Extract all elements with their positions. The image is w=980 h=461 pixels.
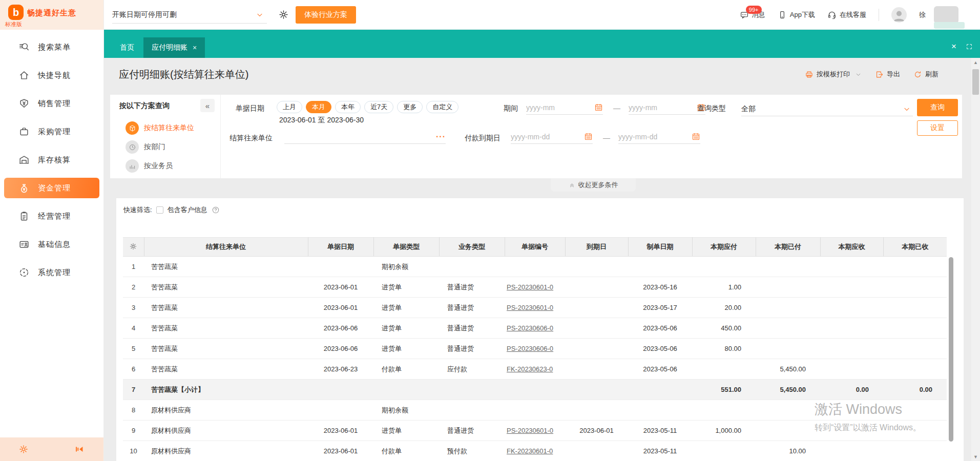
calendar-icon[interactable] xyxy=(594,103,603,112)
scheme-item-2[interactable]: 按部门 xyxy=(126,140,165,154)
account-set-select[interactable]: 开账日期可停用可删 xyxy=(112,6,267,24)
table-scrollbar-thumb[interactable] xyxy=(949,257,953,442)
calendar-icon[interactable] xyxy=(584,132,593,141)
cell-paid xyxy=(756,421,820,441)
sidebar-item-base-info[interactable]: 基础信息 xyxy=(4,234,99,255)
sidebar-item-search[interactable]: 搜索菜单 xyxy=(4,37,99,57)
cell-paid: 10.00 xyxy=(756,441,820,461)
tab-label: 首页 xyxy=(120,43,134,52)
query-type-select[interactable]: 全部 xyxy=(741,102,913,116)
sidebar-item-system[interactable]: 系统管理 xyxy=(4,262,99,283)
due-to-input[interactable] xyxy=(618,133,692,141)
cell-doc_no: PS-20230606-0 xyxy=(505,318,565,339)
online-support-button[interactable]: 在线客服 xyxy=(827,10,866,19)
scroll-down-arrow[interactable]: ▼ xyxy=(971,452,980,461)
cell-due_date xyxy=(565,359,628,380)
include-customer-label[interactable]: 包含客户信息 xyxy=(168,205,207,215)
doc-no-link[interactable]: PS-20230601-0 xyxy=(507,304,553,311)
collapse-scheme-button[interactable]: « xyxy=(200,99,215,112)
cell-biz_type xyxy=(439,400,505,421)
search-button[interactable]: 查询 xyxy=(917,99,958,116)
doc-no-link[interactable]: PS-20230601-0 xyxy=(507,427,553,434)
avatar[interactable] xyxy=(891,7,907,23)
query-type-label: 查询类型 xyxy=(697,104,726,113)
main-content: 应付明细账(按结算往来单位) 按模板打印 导出 刷新 按以下方案查询 « 按结算… xyxy=(104,58,971,461)
table-row: 1苦苦蔬菜期初余额 xyxy=(123,257,947,277)
sidebar-item-label: 系统管理 xyxy=(38,268,71,278)
scroll-up-arrow[interactable]: ▲ xyxy=(971,58,980,67)
sidebar-item-sales[interactable]: 销售管理 xyxy=(4,93,99,114)
sidebar: b 畅捷通好生意 标准版 搜索菜单快捷导航销售管理采购管理库存核算资金管理经营管… xyxy=(0,0,104,461)
gear-icon[interactable] xyxy=(129,242,137,250)
cell-biz_type: 预付款 xyxy=(439,441,505,461)
sidebar-item-operations[interactable]: 经营管理 xyxy=(4,206,99,226)
cell-receivable xyxy=(820,257,883,277)
due-from-input[interactable] xyxy=(511,133,584,141)
date-pill-近7天[interactable]: 近7天 xyxy=(364,101,393,113)
sidebar-item-purchase[interactable]: 采购管理 xyxy=(4,121,99,142)
tab-首页[interactable]: 首页 xyxy=(111,37,143,58)
date-pill-本年[interactable]: 本年 xyxy=(335,101,361,113)
cell-doc_date: 2023-06-06 xyxy=(308,339,373,359)
tab-应付明细账[interactable]: 应付明细账× xyxy=(143,37,205,58)
sidebar-item-funds[interactable]: 资金管理 xyxy=(4,178,99,198)
collapse-sidebar-icon[interactable] xyxy=(74,444,85,455)
sidebar-item-home[interactable]: 快捷导航 xyxy=(4,65,99,86)
sidebar-item-label: 经营管理 xyxy=(38,212,71,221)
date-pill-更多[interactable]: 更多 xyxy=(397,101,423,113)
settle-unit-input[interactable] xyxy=(284,133,436,141)
calendar-icon[interactable] xyxy=(692,132,700,141)
date-pill-上月[interactable]: 上月 xyxy=(277,101,302,113)
quick-filter-row: 快速筛选: 包含客户信息 xyxy=(123,205,220,215)
chevron-down-icon xyxy=(855,71,862,78)
period-from-input[interactable] xyxy=(526,103,594,112)
tab-close-icon[interactable]: × xyxy=(193,44,197,52)
column-settings-gear[interactable] xyxy=(123,238,144,257)
messages-badge: 99+ xyxy=(746,6,762,14)
refresh-button[interactable]: 刷新 xyxy=(913,70,939,79)
export-button[interactable]: 导出 xyxy=(875,70,900,79)
cell-doc_type: 期初余额 xyxy=(373,400,439,421)
search-icon xyxy=(18,41,30,53)
column-header: 制单日期 xyxy=(628,238,692,257)
window-scrollbar-thumb[interactable] xyxy=(972,69,979,95)
app-download-button[interactable]: App下载 xyxy=(778,10,815,19)
cell-created: 2023-05-11 xyxy=(628,441,692,461)
collapse-more-conditions[interactable]: 收起更多条件 xyxy=(551,178,636,192)
trial-industry-button[interactable]: 体验行业方案 xyxy=(296,6,356,24)
sidebar-item-inventory[interactable]: 库存核算 xyxy=(4,150,99,170)
close-all-tabs-icon[interactable]: × xyxy=(951,42,956,51)
doc-no-link[interactable]: PS-20230606-0 xyxy=(507,324,553,332)
cell-num: 8 xyxy=(123,400,144,421)
doc-no-link[interactable]: PS-20230601-0 xyxy=(507,283,553,291)
cell-unit: 苦苦蔬菜 xyxy=(144,318,308,339)
fullscreen-icon[interactable] xyxy=(966,43,973,50)
column-header: 到期日 xyxy=(565,238,628,257)
date-pill-自定义[interactable]: 自定义 xyxy=(426,101,458,113)
doc-no-link[interactable]: PS-20230606-0 xyxy=(507,345,553,352)
cell-receivable xyxy=(820,421,883,441)
cell-paid xyxy=(756,298,820,318)
print-by-template-button[interactable]: 按模板打印 xyxy=(805,70,862,79)
divider xyxy=(879,9,879,21)
cell-biz_type: 普通进货 xyxy=(439,421,505,441)
help-question-icon[interactable] xyxy=(212,206,220,214)
settings-button[interactable]: 设置 xyxy=(917,120,958,136)
topbar-gear-icon[interactable] xyxy=(278,9,289,20)
date-pill-本月[interactable]: 本月 xyxy=(306,101,331,113)
doc-no-link[interactable]: FK-20230601-0 xyxy=(507,447,553,455)
cell-created: 2023-05-17 xyxy=(628,298,692,318)
refresh-label: 刷新 xyxy=(925,70,939,79)
cell-receivable xyxy=(820,359,883,380)
doc-no-link[interactable]: FK-20230623-0 xyxy=(507,365,553,373)
cell-received xyxy=(883,359,947,380)
settings-gear-icon[interactable] xyxy=(18,444,29,454)
scheme-item-3[interactable]: 按业务员 xyxy=(126,159,173,173)
include-customer-checkbox[interactable] xyxy=(156,206,163,214)
cell-received xyxy=(883,298,947,318)
messages-button[interactable]: 消息 99+ xyxy=(740,10,765,19)
scheme-item-1[interactable]: 按结算往来单位 xyxy=(126,121,194,135)
period-to-input[interactable] xyxy=(629,103,697,112)
query-scheme-panel: 按以下方案查询 « 按结算往来单位按部门按业务员 xyxy=(110,95,221,178)
settle-unit-more-button[interactable]: ··· xyxy=(436,132,446,141)
